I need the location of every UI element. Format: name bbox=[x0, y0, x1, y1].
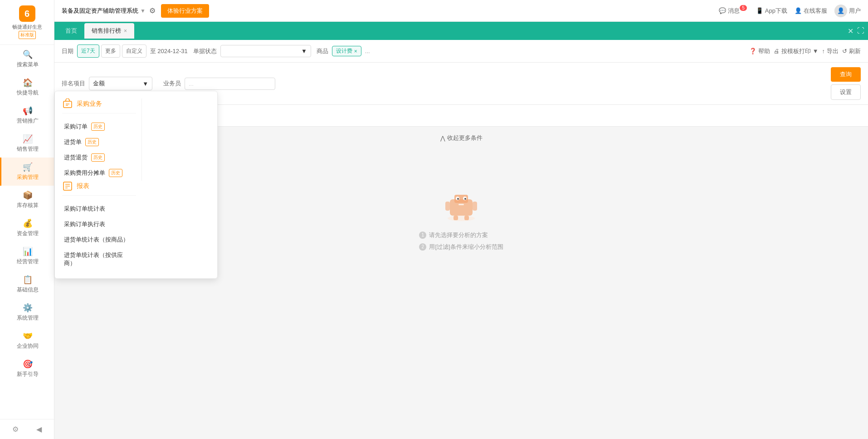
purchase-biz-title: 采购业务 bbox=[62, 99, 136, 113]
tabbar-expand-icon[interactable]: ⛶ bbox=[857, 27, 864, 35]
product-tag-close-icon[interactable]: × bbox=[354, 48, 357, 54]
report-icon bbox=[62, 181, 73, 192]
report-icon: 📊 bbox=[23, 247, 33, 256]
toolbar-action-btns: ❓ 帮助 🖨 按模板打印 ▼ ↑ 导出 ↺ bbox=[749, 47, 861, 55]
sidebar-item-purchase[interactable]: 🛒 采购管理 bbox=[0, 158, 54, 186]
step1-text: 请先选择要分析的方案 bbox=[429, 229, 488, 241]
query-button[interactable]: 查询 bbox=[831, 67, 861, 82]
tabbar-close-icon[interactable]: ✕ bbox=[848, 27, 853, 35]
tab-close-icon[interactable]: × bbox=[124, 28, 127, 34]
help-icon: ❓ bbox=[749, 48, 756, 54]
menu-vertical-divider bbox=[141, 99, 142, 181]
collapse-label: 收起更多条件 bbox=[447, 134, 483, 142]
help-btn[interactable]: ❓ 帮助 bbox=[749, 47, 770, 55]
content-toolbar: 日期 近7天 更多 自定义 至 2024-12-31 单据状态 ▼ bbox=[54, 40, 868, 63]
app-download-btn[interactable]: 📱 App下载 bbox=[756, 7, 787, 15]
sidebar-item-label: 新手引导 bbox=[17, 370, 39, 378]
topbar: 装备及固定资产辅助管理系统 ▼ ⚙ 体验行业方案 💬 消息 5 📱 App下载 … bbox=[54, 0, 868, 22]
collapse-sidebar-icon[interactable]: ◀ bbox=[34, 423, 44, 435]
sidebar-item-marketing[interactable]: 📢 营销推广 bbox=[0, 101, 54, 129]
topbar-settings-icon[interactable]: ⚙ bbox=[149, 6, 156, 15]
menu-item-goods-stats-supplier[interactable]: 进货单统计表（按供应商） bbox=[62, 247, 136, 271]
online-service-btn[interactable]: 👤 在线客服 bbox=[795, 7, 827, 15]
svg-rect-9 bbox=[473, 202, 477, 211]
box-icon: 📦 bbox=[23, 190, 33, 200]
list-icon: 📋 bbox=[23, 275, 33, 285]
collapse-btn[interactable]: ⋀ 收起更多条件 bbox=[440, 134, 483, 142]
sidebar-item-label: 企业协同 bbox=[17, 342, 39, 350]
tab-sales-rank[interactable]: 销售排行榜 × bbox=[84, 23, 134, 39]
tab-home[interactable]: 首页 bbox=[58, 23, 84, 39]
doc-status-arrow: ▼ bbox=[301, 48, 307, 54]
history-badge: 历史 bbox=[85, 138, 99, 146]
industry-btn[interactable]: 体验行业方案 bbox=[161, 4, 209, 18]
step2-text: 用[过滤]条件来缩小分析范围 bbox=[429, 241, 503, 253]
sidebar-item-operation[interactable]: 📊 经营管理 bbox=[0, 242, 54, 270]
user-avatar: 👤 bbox=[834, 5, 847, 17]
sidebar-item-system[interactable]: ⚙️ 系统管理 bbox=[0, 298, 54, 326]
menu-item-purchase-order[interactable]: 采购订单 历史 bbox=[62, 119, 136, 134]
product-tag[interactable]: 设计费 × bbox=[332, 46, 361, 56]
empty-illustration bbox=[439, 186, 484, 222]
sidebar-item-finance[interactable]: 💰 资金管理 bbox=[0, 214, 54, 242]
sidebar-nav: 🔍 搜索菜单 🏠 快捷导航 📢 营销推广 📈 销售管理 🛒 采购管理 📦 bbox=[0, 45, 54, 419]
sidebar-item-search[interactable]: 🔍 搜索菜单 bbox=[0, 45, 54, 73]
product-tag-text: 设计费 bbox=[336, 47, 352, 55]
money-icon: 💰 bbox=[23, 218, 33, 228]
product-label: 商品 bbox=[317, 47, 328, 55]
print-label: 按模板打印 bbox=[781, 47, 811, 55]
user-menu-btn[interactable]: 👤 用户 bbox=[834, 5, 861, 17]
menu-item-goods-in[interactable]: 进货单 历史 bbox=[62, 134, 136, 150]
menu-item-name: 采购订单 bbox=[64, 123, 88, 131]
print-btn[interactable]: 🖨 按模板打印 ▼ bbox=[774, 47, 819, 55]
sidebar-item-enterprise[interactable]: 🤝 企业协同 bbox=[0, 326, 54, 355]
rank-section: 排名项目 金额 ▼ bbox=[62, 77, 152, 90]
date-btn-more[interactable]: 更多 bbox=[101, 44, 120, 58]
refresh-btn[interactable]: ↺ 刷新 bbox=[842, 47, 861, 55]
date-btn-7days[interactable]: 近7天 bbox=[77, 44, 99, 58]
system-title-text: 装备及固定资产辅助管理系统 bbox=[62, 7, 138, 15]
logo[interactable]: 6 畅捷通好生意 标准版 bbox=[0, 0, 54, 45]
salesperson-section: 业务员 ... bbox=[163, 78, 275, 90]
refresh-label: 刷新 bbox=[849, 47, 861, 55]
message-btn[interactable]: 💬 消息 5 bbox=[719, 7, 749, 15]
cart-icon: 🛒 bbox=[23, 162, 33, 172]
system-title-select[interactable]: 装备及固定资产辅助管理系统 ▼ bbox=[62, 7, 146, 15]
topbar-right: 💬 消息 5 📱 App下载 👤 在线客服 👤 用户 bbox=[719, 5, 861, 17]
sidebar-item-basic[interactable]: 📋 基础信息 bbox=[0, 270, 54, 298]
search-icon: 🔍 bbox=[23, 49, 33, 59]
sidebar-item-label: 库存核算 bbox=[17, 202, 39, 209]
rank-input[interactable]: 金额 ▼ bbox=[89, 77, 152, 90]
empty-step1: 1 请先选择要分析的方案 bbox=[419, 229, 503, 241]
message-label: 消息 bbox=[728, 7, 740, 15]
help-label: 帮助 bbox=[758, 47, 770, 55]
sidebar-item-label: 快捷导航 bbox=[17, 89, 39, 97]
megaphone-icon: 📢 bbox=[23, 106, 33, 116]
sidebar-item-inventory[interactable]: 📦 库存核算 bbox=[0, 186, 54, 214]
message-badge: 5 bbox=[740, 5, 747, 11]
step2-num: 2 bbox=[419, 243, 426, 251]
menu-item-goods-stats-product[interactable]: 进货单统计表（按商品） bbox=[62, 232, 136, 247]
logo-badge: 标准版 bbox=[19, 31, 36, 39]
menu-item-purchase-expense[interactable]: 采购费用分摊单 历史 bbox=[62, 165, 136, 181]
sidebar-item-quick-nav[interactable]: 🏠 快捷导航 bbox=[0, 73, 54, 101]
export-btn[interactable]: ↑ 导出 bbox=[822, 47, 839, 55]
history-badge: 历史 bbox=[91, 123, 105, 131]
history-badge: 历史 bbox=[91, 153, 105, 162]
history-badge: 历史 bbox=[109, 169, 122, 177]
purchase-dropdown-menu: 采购业务 采购订单 历史 进货单 历史 进货退货 历史 采购费用分摊单 历史 bbox=[54, 91, 218, 279]
svg-rect-11 bbox=[464, 216, 469, 220]
svg-rect-8 bbox=[445, 202, 450, 211]
doc-status-input[interactable]: ▼ bbox=[220, 45, 311, 57]
menu-item-return-goods[interactable]: 进货退货 历史 bbox=[62, 150, 136, 165]
sidebar-item-sales[interactable]: 📈 销售管理 bbox=[0, 129, 54, 158]
sidebar-item-guide[interactable]: 🎯 新手引导 bbox=[0, 355, 54, 383]
settings-button[interactable]: 设置 bbox=[831, 84, 861, 100]
menu-item-order-stats[interactable]: 采购订单统计表 bbox=[62, 201, 136, 217]
settings-footer-icon[interactable]: ⚙ bbox=[10, 423, 20, 435]
salesperson-input[interactable]: ... bbox=[185, 78, 275, 90]
date-btn-custom[interactable]: 自定义 bbox=[122, 44, 146, 58]
tabbar: 首页 销售排行榜 × ✕ ⛶ bbox=[54, 22, 868, 40]
menu-item-order-exec[interactable]: 采购订单执行表 bbox=[62, 217, 136, 232]
query-btn-section: 查询 设置 bbox=[831, 67, 861, 100]
